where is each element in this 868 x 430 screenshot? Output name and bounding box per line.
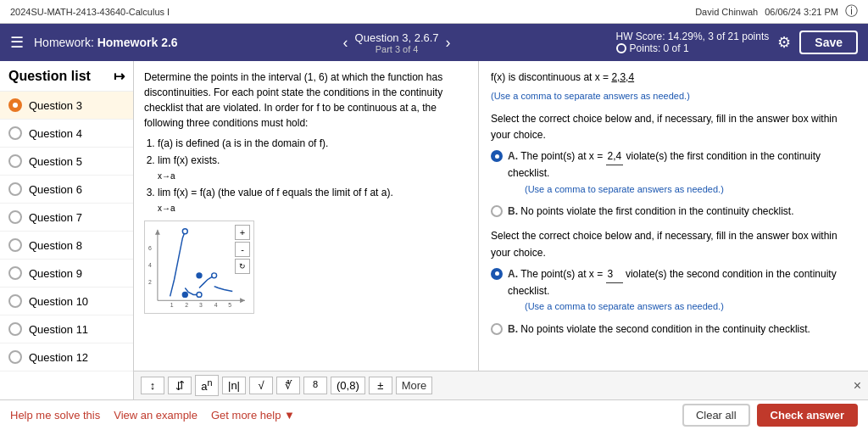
- prev-question-button[interactable]: ‹: [343, 34, 348, 52]
- math-btn-superscript[interactable]: an: [195, 375, 219, 395]
- svg-text:3: 3: [199, 302, 203, 308]
- sidebar-item-question5[interactable]: Question 5: [0, 148, 133, 176]
- sidebar-item-question3[interactable]: Question 3: [0, 92, 133, 120]
- math-btn-more[interactable]: More: [396, 377, 433, 394]
- clear-all-button[interactable]: Clear all: [682, 404, 750, 427]
- settings-button[interactable]: ⚙: [777, 33, 791, 52]
- svg-text:4: 4: [214, 302, 218, 308]
- points-circle-icon: [616, 43, 626, 53]
- math-btn-plusminus[interactable]: ±: [369, 377, 392, 394]
- use-comma-note[interactable]: (Use a comma to separate answers as need…: [491, 89, 856, 104]
- svg-point-12: [182, 229, 187, 234]
- first-condition-group: A. The point(s) at x = 2,4 violate(s) th…: [491, 148, 856, 220]
- collapse-sidebar-icon[interactable]: ↦: [114, 68, 125, 84]
- second-condition-option-a[interactable]: A. The point(s) at x = 3 violate(s) the …: [491, 266, 856, 318]
- q6-circle: [8, 182, 22, 196]
- first-condition-option-a[interactable]: A. The point(s) at x = 2,4 violate(s) th…: [491, 148, 856, 200]
- svg-text:1: 1: [170, 302, 174, 308]
- second-condition-group: A. The point(s) at x = 3 violate(s) the …: [491, 266, 856, 338]
- sidebar-item-question9[interactable]: Question 9: [0, 260, 133, 288]
- second-b-radio[interactable]: [491, 323, 503, 335]
- math-btn-updown[interactable]: ↕: [141, 377, 164, 394]
- q3-circle: [8, 98, 22, 112]
- second-condition-comma-link[interactable]: (Use a comma to separate answers as need…: [525, 299, 856, 315]
- svg-text:2: 2: [185, 302, 188, 308]
- svg-marker-3: [155, 230, 160, 235]
- question-list-header: Question list ↦: [0, 61, 133, 92]
- q9-circle: [8, 266, 22, 280]
- get-more-help-dropdown[interactable]: Get more help ▼: [211, 409, 295, 422]
- sidebar-item-question7[interactable]: Question 7: [0, 204, 133, 232]
- svg-point-16: [212, 273, 217, 278]
- view-example-link[interactable]: View an example: [114, 409, 198, 422]
- sidebar-item-question4[interactable]: Question 4: [0, 120, 133, 148]
- homework-title: Homework: Homework 2.6: [34, 36, 178, 49]
- zoom-out-button[interactable]: -: [235, 242, 250, 257]
- bottom-bar: Help me solve this View an example Get m…: [0, 399, 868, 430]
- svg-text:6: 6: [148, 245, 152, 251]
- select-correct-label-2: Select the correct choice below and, if …: [491, 228, 856, 260]
- nav-center: ‹ Question 3, 2.6.7 Part 3 of 4 ›: [188, 31, 606, 54]
- help-solve-link[interactable]: Help me solve this: [10, 409, 100, 422]
- sidebar-item-question12[interactable]: Question 12: [0, 343, 133, 371]
- course-title: 2024SU-MATH-2413-43640-Calculus I: [10, 7, 170, 17]
- save-button[interactable]: Save: [799, 31, 858, 54]
- math-btn-abs[interactable]: |n|: [222, 377, 246, 394]
- main-layout: Question list ↦ Question 3 Question 4 Qu…: [0, 61, 868, 430]
- discontinuous-statement: f(x) is discontinuous at x = 2,3,4: [491, 70, 856, 86]
- help-icon[interactable]: ⓘ: [845, 3, 858, 20]
- toolbar-close-button[interactable]: ×: [854, 378, 861, 394]
- q8-circle: [8, 238, 22, 252]
- first-condition-comma-link[interactable]: (Use a comma to separate answers as need…: [525, 182, 856, 198]
- math-btn-sqrt[interactable]: √: [249, 377, 273, 394]
- second-a-radio[interactable]: [491, 268, 503, 280]
- condition-1: f(a) is defined (a is in the domain of f…: [158, 136, 468, 151]
- condition-2: lim f(x) exists. x→a: [158, 153, 468, 183]
- math-btn-nthroot[interactable]: ∜: [276, 377, 300, 394]
- first-b-radio[interactable]: [491, 205, 503, 217]
- q4-circle: [8, 126, 22, 140]
- sidebar-item-question6[interactable]: Question 6: [0, 176, 133, 204]
- top-bar: 2024SU-MATH-2413-43640-Calculus I David …: [0, 0, 868, 24]
- svg-point-14: [197, 292, 202, 297]
- check-answer-button[interactable]: Check answer: [757, 404, 858, 427]
- sidebar-item-question11[interactable]: Question 11: [0, 316, 133, 343]
- question-info: Question 3, 2.6.7 Part 3 of 4: [355, 31, 439, 54]
- svg-point-13: [182, 292, 187, 297]
- condition-3: lim f(x) = f(a) (the value of f equals t…: [158, 185, 468, 215]
- svg-text:4: 4: [148, 262, 152, 268]
- select-correct-label: Select the correct choice below and, if …: [491, 111, 856, 143]
- math-btn-subscript[interactable]: 8: [303, 377, 327, 394]
- menu-icon[interactable]: ☰: [10, 33, 24, 52]
- math-btn-arrows[interactable]: ⇵: [168, 377, 192, 394]
- zoom-in-button[interactable]: +: [235, 225, 250, 240]
- zoom-controls: + - ↻: [235, 225, 250, 274]
- nav-right: HW Score: 14.29%, 3 of 21 points Points:…: [616, 31, 858, 54]
- next-question-button[interactable]: ›: [446, 34, 451, 52]
- svg-point-15: [197, 273, 202, 278]
- svg-marker-2: [240, 298, 245, 303]
- svg-text:2: 2: [148, 279, 152, 285]
- question-list-sidebar: Question list ↦ Question 3 Question 4 Qu…: [0, 61, 134, 430]
- math-toolbar: ↕ ⇵ an |n| √ ∜ 8 (0,8) ± More ×: [134, 371, 868, 399]
- q11-circle: [8, 322, 22, 336]
- reset-view-button[interactable]: ↻: [235, 259, 250, 274]
- sidebar-item-question10[interactable]: Question 10: [0, 288, 133, 316]
- q5-circle: [8, 154, 22, 168]
- discontinuous-values: 2,3,4: [611, 71, 634, 83]
- username: David Chinwah: [695, 7, 758, 17]
- first-condition-answer[interactable]: 2,4: [606, 148, 624, 165]
- math-btn-interval[interactable]: (0,8): [331, 377, 365, 394]
- second-condition-answer[interactable]: 3: [606, 266, 623, 283]
- instructions-text: Determine the points in the interval (1,…: [144, 70, 468, 131]
- first-a-radio[interactable]: [491, 150, 503, 162]
- datetime: 06/06/24 3:21 PM: [765, 7, 838, 17]
- first-condition-option-b[interactable]: B. No points violate the first condition…: [491, 204, 856, 220]
- graph-container: 1 2 3 4 5 2 4 6: [144, 221, 254, 314]
- hw-score: HW Score: 14.29%, 3 of 21 points Points:…: [616, 31, 770, 54]
- nav-bar: ☰ Homework: Homework 2.6 ‹ Question 3, 2…: [0, 24, 868, 61]
- q12-circle: [8, 350, 22, 364]
- second-condition-option-b[interactable]: B. No points violate the second conditio…: [491, 321, 856, 338]
- sidebar-item-question8[interactable]: Question 8: [0, 232, 133, 260]
- svg-text:5: 5: [228, 302, 231, 308]
